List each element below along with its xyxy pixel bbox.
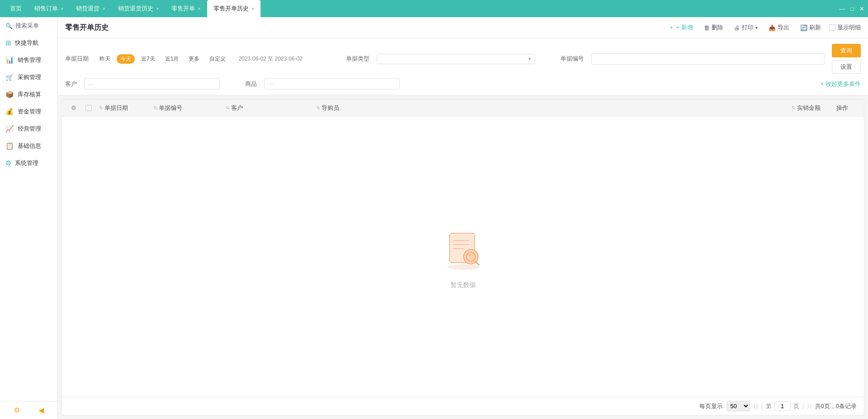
query-buttons: 查询 设置: [832, 44, 861, 74]
sidebar-icon-basic-info: 📋: [5, 142, 14, 150]
delete-button[interactable]: 🗑 删除: [701, 22, 726, 33]
sidebar-label-sales-mgmt: 销售管理: [18, 56, 41, 64]
table-col-guide[interactable]: ⇅ 导购员: [313, 104, 367, 112]
tab-close-icon[interactable]: ×: [198, 6, 200, 11]
table-area: ⚙ ⇅ 单据日期 ⇅ 单据编号 ⇅ 客户 ⇅ 导购员: [62, 99, 864, 415]
svg-point-0: [447, 264, 479, 270]
tab-label: 零售开单历史: [213, 5, 249, 13]
display-detail-toggle[interactable]: 显示明细: [829, 24, 861, 32]
sidebar-label-finance: 资金管理: [18, 108, 41, 116]
sidebar-item-purchase-mgmt[interactable]: 🛒采购管理: [0, 69, 57, 86]
sidebar-search-label: 搜索采单: [15, 22, 39, 30]
query-button[interactable]: 查询: [832, 44, 861, 57]
content-area: 零售开单历史 ＋ + 新增 🗑 删除 🖨 打印 ▾ 📤 导出: [58, 17, 868, 419]
type-filter-select[interactable]: ▾: [377, 54, 535, 64]
tab-close-icon[interactable]: ×: [156, 6, 159, 11]
sidebar-label-operations: 经营管理: [18, 125, 41, 133]
page-label-2: 页: [793, 402, 799, 410]
customer-filter-label: 客户: [65, 80, 77, 88]
sidebar-item-quick-nav[interactable]: ⊞快捷导航: [0, 34, 57, 52]
sidebar-icon-quick-nav: ⊞: [5, 39, 11, 47]
sort-asc-icon: ⇅: [153, 105, 157, 110]
table-col-settings-icon[interactable]: ⚙: [66, 104, 82, 111]
col-action-label: 操作: [836, 104, 848, 112]
tab-close-icon[interactable]: ×: [251, 6, 254, 11]
last-page-icon[interactable]: ⟩⟩: [807, 403, 811, 410]
sidebar-item-basic-info[interactable]: 📋基础信息: [0, 137, 57, 155]
first-page-icon[interactable]: ⟨⟨: [754, 403, 758, 410]
date-btn-近7天[interactable]: 近7天: [138, 54, 159, 64]
collapse-icon[interactable]: ◀: [38, 406, 44, 414]
sidebar-item-inventory[interactable]: 📦库存核算: [0, 86, 57, 103]
settings-icon[interactable]: ⚙: [14, 406, 20, 414]
window-minimize[interactable]: —: [839, 5, 845, 12]
sidebar-icon-sys-mgmt: ⚙: [5, 159, 11, 167]
table-col-date[interactable]: ⇅ 单据日期: [95, 104, 150, 112]
sidebar-icon-sales-mgmt: 📊: [5, 56, 14, 64]
settings-button[interactable]: 设置: [832, 60, 861, 74]
table-col-amount[interactable]: ⇅ 实销金额: [770, 104, 824, 112]
prev-page-icon[interactable]: ⟨: [761, 403, 763, 410]
customer-filter-input[interactable]: ···: [84, 78, 220, 89]
col-date-label: 单据日期: [104, 104, 128, 112]
sidebar-search[interactable]: 🔍 搜索采单: [0, 17, 57, 34]
total-records-label: 共0页，0条记录: [815, 402, 857, 410]
refresh-icon: 🔄: [800, 24, 807, 31]
table-header: ⚙ ⇅ 单据日期 ⇅ 单据编号 ⇅ 客户 ⇅ 导购员: [62, 99, 864, 117]
add-button[interactable]: ＋ + 新增: [666, 22, 696, 33]
export-icon: 📤: [768, 24, 776, 31]
svg-point-9: [468, 254, 471, 257]
sidebar-icon-finance: 💰: [5, 108, 14, 116]
table-col-num[interactable]: ⇅ 单据编号: [150, 104, 222, 112]
product-filter-label: 商品: [245, 80, 257, 88]
empty-text-label: 暂无数据: [451, 281, 476, 289]
page-input[interactable]: [774, 401, 791, 411]
refresh-button[interactable]: 🔄 刷新: [797, 22, 824, 33]
tab-sales-order[interactable]: 销售订单×: [28, 0, 70, 17]
filter-row-1: 单据日期 昨天今天近7天近1月更多自定义 2023-06-02 至 2023-0…: [65, 44, 861, 74]
tab-sales-return[interactable]: 销货退货×: [70, 0, 111, 17]
date-btn-自定义[interactable]: 自定义: [206, 54, 229, 64]
svg-line-8: [475, 261, 479, 265]
customer-input-dots: ···: [88, 80, 93, 87]
page-label: 第: [766, 402, 772, 410]
export-button[interactable]: 📤 导出: [766, 22, 792, 33]
print-button[interactable]: 🖨 打印 ▾: [731, 22, 760, 33]
sidebar-item-operations[interactable]: 📈经营管理: [0, 120, 57, 137]
window-maximize[interactable]: □: [850, 5, 854, 12]
header-actions: ＋ + 新增 🗑 删除 🖨 打印 ▾ 📤 导出 🔄: [666, 22, 861, 33]
tab-sales-return-history[interactable]: 销货退货历史×: [112, 0, 165, 17]
tab-retail-open[interactable]: 零售开单×: [165, 0, 207, 17]
date-btn-昨天[interactable]: 昨天: [96, 54, 114, 64]
tab-home[interactable]: 首页: [4, 0, 28, 17]
sidebar-label-purchase-mgmt: 采购管理: [18, 73, 41, 81]
product-filter-input[interactable]: ···: [264, 78, 400, 89]
empty-illustration: [438, 224, 488, 274]
tab-label: 零售开单: [171, 5, 195, 13]
sidebar-item-sales-mgmt[interactable]: 📊销售管理: [0, 52, 57, 69]
window-close[interactable]: ✕: [859, 5, 864, 12]
print-chevron-icon: ▾: [755, 25, 758, 30]
num-filter-label: 单据编号: [560, 55, 584, 63]
date-btn-更多[interactable]: 更多: [185, 54, 203, 64]
num-input-field[interactable]: [595, 56, 821, 62]
per-page-select[interactable]: 50 100 200: [726, 401, 750, 411]
collapse-filter-button[interactable]: ∧ 收起更多条件: [820, 80, 861, 88]
sidebar-label-basic-info: 基础信息: [18, 142, 41, 150]
sidebar-item-sys-mgmt[interactable]: ⚙系统管理: [0, 155, 57, 172]
chevron-up-icon: ∧: [820, 81, 824, 87]
table-col-customer[interactable]: ⇅ 客户: [222, 104, 313, 112]
delete-icon: 🗑: [704, 24, 710, 31]
tab-close-icon[interactable]: ×: [102, 6, 105, 11]
num-filter-input[interactable]: [591, 53, 825, 65]
table-select-all[interactable]: [82, 105, 95, 111]
next-page-icon[interactable]: ⟩: [802, 403, 804, 410]
tab-retail-history[interactable]: 零售开单历史×: [207, 0, 261, 17]
page-title: 零售开单历史: [65, 23, 109, 33]
tab-close-icon[interactable]: ×: [61, 6, 63, 11]
date-btn-今天[interactable]: 今天: [117, 54, 135, 64]
pagination: 每页显示 50 100 200 ⟨⟨ ⟨ 第 页 ⟩ ⟩⟩ 共0页，0条记录: [62, 397, 864, 415]
date-btn-近1月[interactable]: 近1月: [161, 54, 183, 64]
sidebar-icon-operations: 📈: [5, 125, 14, 133]
sidebar-item-finance[interactable]: 💰资金管理: [0, 103, 57, 120]
